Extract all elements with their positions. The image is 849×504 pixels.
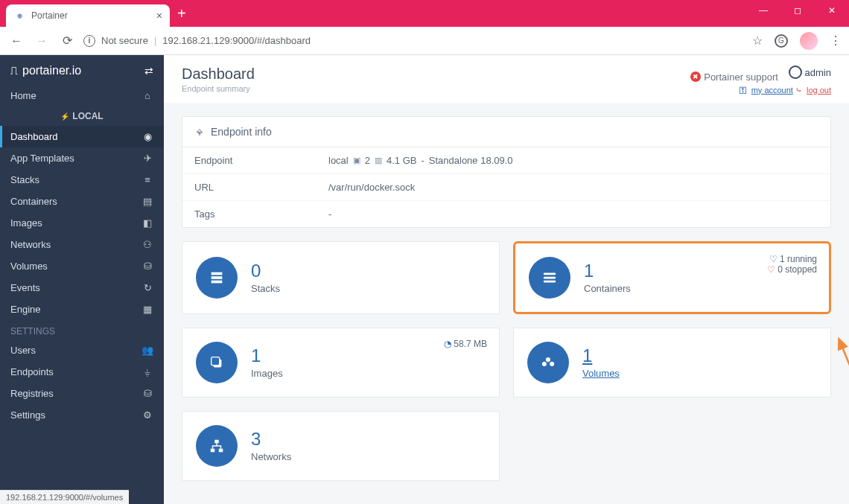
- endpoint-info-panel: 🜍 Endpoint info Endpoint local ▣2 ▥4.1 G…: [182, 116, 831, 228]
- extension-icon[interactable]: G: [775, 34, 788, 48]
- info-row-url: URL /var/run/docker.sock: [182, 174, 830, 201]
- events-icon: ↻: [142, 282, 153, 293]
- close-tab-icon[interactable]: ×: [156, 10, 162, 22]
- my-account-link[interactable]: my account: [751, 86, 793, 95]
- sidebar-item-label: Registries: [10, 388, 54, 399]
- page-header: Dashboard Endpoint summary ✖ Portainer s…: [164, 55, 849, 103]
- collapse-icon[interactable]: ⇄: [144, 65, 153, 77]
- sidebar: ⎍ portainer.io ⇄ Home ⌂ LOCAL Dashboard …: [0, 55, 164, 504]
- card-label: Images: [251, 368, 283, 379]
- user-chip[interactable]: admin: [789, 66, 831, 79]
- users-icon: 👥: [142, 345, 153, 356]
- card-stacks[interactable]: 0 Stacks: [182, 241, 500, 314]
- svg-rect-8: [214, 439, 219, 443]
- star-icon[interactable]: ☆: [752, 34, 763, 48]
- back-button[interactable]: ←: [7, 32, 25, 50]
- stacks-icon: [196, 257, 238, 299]
- sidebar-item-label: Users: [10, 345, 36, 356]
- plug-icon: ⏚: [142, 366, 153, 377]
- network-icon: ⚇: [142, 239, 153, 250]
- url-text: 192.168.21.129:9000/#/dashboard: [162, 35, 311, 46]
- card-count: 1: [251, 345, 283, 366]
- sidebar-item-endpoints[interactable]: Endpoints ⏚: [0, 361, 164, 383]
- sidebar-item-events[interactable]: Events ↻: [0, 277, 164, 299]
- sidebar-item-users[interactable]: Users 👥: [0, 339, 164, 361]
- sidebar-item-engine[interactable]: Engine ▦: [0, 299, 164, 320]
- svg-rect-10: [219, 448, 223, 452]
- info-row-tags: Tags -: [182, 201, 830, 227]
- sidebar-settings-header: SETTINGS: [0, 320, 164, 339]
- maximize-button[interactable]: ◻: [780, 0, 815, 21]
- sidebar-item-networks[interactable]: Networks ⚇: [0, 234, 164, 255]
- reload-button[interactable]: ⟳: [58, 32, 76, 50]
- svg-rect-0: [212, 272, 223, 275]
- browser-tab-strip: ⎈ Portainer × + — ◻ ✕: [0, 0, 849, 27]
- sidebar-item-label: Containers: [10, 196, 57, 207]
- sidebar-item-label: Networks: [10, 239, 51, 250]
- card-containers[interactable]: 1 Containers ♡ 1 running ♡ 0 stopped: [513, 241, 831, 314]
- logout-link[interactable]: log out: [807, 86, 831, 95]
- sidebar-item-label: Stacks: [10, 174, 39, 185]
- gauge-icon: 🜍: [194, 126, 205, 138]
- minimize-button[interactable]: —: [746, 0, 780, 21]
- address-bar[interactable]: i Not secure | 192.168.21.129:9000/#/das…: [83, 35, 745, 47]
- portainer-favicon: ⎈: [13, 10, 25, 22]
- sidebar-item-stacks[interactable]: Stacks ≡: [0, 169, 164, 191]
- svg-rect-1: [212, 276, 223, 279]
- endpoint-info-header: 🜍 Endpoint info: [182, 117, 830, 147]
- volumes-card-icon: [527, 342, 569, 383]
- window-controls: — ◻ ✕: [746, 0, 849, 21]
- sidebar-item-label: Images: [10, 217, 42, 229]
- svg-rect-3: [544, 272, 556, 275]
- profile-avatar[interactable]: [800, 32, 818, 50]
- close-window-button[interactable]: ✕: [815, 0, 849, 21]
- sidebar-item-label: Endpoints: [10, 366, 54, 377]
- engine-icon: ▦: [142, 304, 153, 315]
- crane-icon: ⎍: [10, 64, 18, 77]
- forward-button[interactable]: →: [33, 32, 51, 50]
- card-networks[interactable]: 3 Networks: [182, 411, 500, 481]
- home-icon: ⌂: [142, 90, 153, 101]
- key-icon: ⚿: [739, 86, 747, 95]
- info-value: local ▣2 ▥4.1 GB - Standalone 18.09.0: [328, 155, 818, 166]
- tab-title: Portainer: [31, 10, 68, 21]
- info-label: Tags: [194, 208, 328, 220]
- sidebar-item-registries[interactable]: Registries ⛁: [0, 383, 164, 404]
- svg-rect-4: [544, 276, 556, 278]
- card-count: 1: [584, 261, 631, 281]
- username: admin: [805, 67, 831, 78]
- heartbeat-running-icon: ♡: [769, 254, 778, 264]
- sidebar-item-images[interactable]: Images ◧: [0, 212, 164, 234]
- card-volumes[interactable]: 1 Volumes: [513, 328, 831, 398]
- info-label: Endpoint: [194, 155, 328, 166]
- sidebar-item-label: Volumes: [10, 261, 48, 272]
- logo-text: portainer.io: [22, 64, 81, 77]
- card-label: Volumes: [582, 368, 620, 379]
- info-icon: i: [83, 35, 95, 47]
- sidebar-item-home[interactable]: Home ⌂: [0, 85, 164, 106]
- sidebar-item-containers[interactable]: Containers ▤: [0, 191, 164, 212]
- sidebar-item-templates[interactable]: App Templates ✈: [0, 147, 164, 169]
- browser-tab[interactable]: ⎈ Portainer ×: [6, 4, 170, 27]
- sidebar-item-settings[interactable]: Settings ⚙: [0, 404, 164, 426]
- info-value: -: [328, 208, 818, 220]
- sidebar-item-label: App Templates: [10, 153, 74, 164]
- portainer-logo[interactable]: ⎍ portainer.io: [10, 64, 81, 77]
- memory-icon: ▥: [375, 156, 382, 165]
- new-tab-button[interactable]: +: [177, 5, 186, 22]
- cpu-icon: ▣: [353, 156, 360, 165]
- page-subtitle: Endpoint summary: [182, 84, 255, 93]
- sidebar-item-volumes[interactable]: Volumes ⛁: [0, 255, 164, 277]
- card-label: Stacks: [251, 283, 280, 294]
- card-count: 1: [582, 345, 620, 366]
- sidebar-item-label: Engine: [10, 304, 40, 315]
- sidebar-item-dashboard[interactable]: Dashboard ◉: [0, 126, 164, 147]
- menu-icon[interactable]: ⋮: [830, 34, 842, 48]
- card-images[interactable]: 1 Images ◔ 58.7 MB: [182, 328, 500, 398]
- lifebuoy-icon: ✖: [690, 71, 701, 82]
- main-area: Dashboard Endpoint summary ✖ Portainer s…: [164, 55, 849, 504]
- browser-status-bar: 192.168.21.129:9000/#/volumes: [0, 490, 129, 504]
- support-link[interactable]: ✖ Portainer support: [690, 71, 778, 83]
- browser-nav-bar: ← → ⟳ i Not secure | 192.168.21.129:9000…: [0, 27, 849, 55]
- user-icon: [789, 66, 802, 79]
